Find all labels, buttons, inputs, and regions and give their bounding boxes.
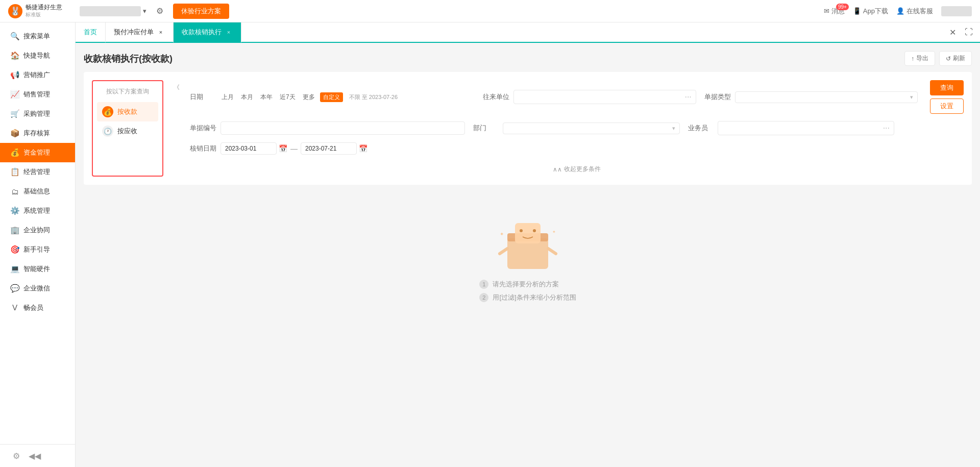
write-date-end-wrap: 📅	[301, 142, 368, 155]
filter-form: 日期 上月 本月 本年 近7天 更多 自定义 不限 至 2023-07-26	[190, 80, 964, 177]
write-date-end-icon[interactable]: 📅	[359, 144, 368, 153]
sidebar-item-basic-info[interactable]: 🗂 基础信息	[0, 182, 75, 201]
logo-icon: 🐰	[8, 4, 22, 18]
query-button[interactable]: 查询	[930, 80, 964, 95]
tab-prepay-close[interactable]: ×	[157, 28, 165, 36]
filter-panel: 按以下方案查询 💰 按收款 🕐 按应收 《	[84, 72, 972, 185]
tab-collection[interactable]: 收款核销执行 ×	[174, 22, 241, 42]
empty-hint-2-label: 用[过滤]条件来缩小分析范围	[493, 293, 576, 302]
svg-point-4	[533, 229, 536, 232]
sidebar-item-hardware[interactable]: 💻 智能硬件	[0, 259, 75, 279]
filter-row-2: 单据编号 部门 ▾ 业务员	[190, 121, 964, 135]
top-bar-right: ✉ 消息 99+ 📱 App下载 👤 在线客服	[824, 6, 972, 16]
company-selector[interactable]: ▾	[80, 6, 146, 16]
basic-info-icon: 🗂	[10, 187, 19, 196]
doctype-chevron: ▾	[910, 94, 913, 101]
sidebar-item-label: 基础信息	[23, 187, 50, 196]
sidebar-item-quick-nav[interactable]: 🏠 快捷导航	[0, 46, 75, 65]
form-actions: 查询 设置	[930, 80, 964, 114]
partner-select[interactable]: ···	[513, 90, 696, 104]
date-label: 日期	[190, 92, 215, 102]
tab-prepay[interactable]: 预付冲应付单 ×	[106, 22, 174, 42]
app-download-item[interactable]: 📱 App下载	[853, 7, 888, 16]
tab-home[interactable]: 首页	[76, 22, 106, 42]
collapse-sidebar-icon[interactable]: ◀◀	[29, 450, 41, 462]
collapse-more-btn[interactable]: ∧∧ 收起更多条件	[190, 162, 964, 177]
date-shortcut-this-month[interactable]: 本月	[239, 92, 255, 103]
filter-settings-button[interactable]: 设置	[930, 99, 964, 114]
collapse-more-icon: ∧∧	[553, 166, 562, 173]
filter-collection-icon: 💰	[102, 106, 113, 117]
write-date-start-input[interactable]	[220, 142, 277, 155]
date-shortcut-this-year[interactable]: 本年	[258, 92, 275, 103]
sidebar-item-system[interactable]: ⚙️ 系统管理	[0, 201, 75, 220]
staff-label: 业务员	[688, 124, 714, 133]
filter-option-by-receivable[interactable]: 🕐 按应收	[97, 121, 158, 141]
close-tab-icon[interactable]: ✕	[945, 25, 960, 39]
date-custom-tag: 自定义	[320, 92, 343, 102]
logo-area: 🐰 畅捷通好生意 标准版	[8, 4, 80, 19]
sidebar-item-label: 快捷导航	[23, 51, 50, 60]
sidebar-item-finance[interactable]: 💰 资金管理	[0, 143, 75, 162]
message-item[interactable]: ✉ 消息 99+	[824, 7, 845, 16]
hardware-icon: 💻	[10, 264, 19, 274]
empty-hint-1-label: 请先选择要分析的方案	[493, 280, 559, 289]
date-shortcut-more[interactable]: 更多	[301, 92, 317, 103]
sidebar-item-label: 企业微信	[23, 284, 50, 293]
date-shortcut-last-month[interactable]: 上月	[219, 92, 236, 103]
page-header: 收款核销执行(按收款) ↑ 导出 ↺ 刷新	[84, 51, 972, 66]
doctype-select[interactable]: ▾	[735, 91, 918, 103]
sidebar-item-label: 搜索菜单	[23, 32, 50, 41]
purchase-icon: 🛒	[10, 109, 19, 118]
docno-input[interactable]	[220, 121, 465, 135]
sidebar-item-sales[interactable]: 📈 销售管理	[0, 85, 75, 104]
tab-bar-actions: ✕ ⛶	[945, 25, 980, 39]
svg-line-6	[548, 249, 556, 254]
sidebar-item-purchase[interactable]: 🛒 采购管理	[0, 104, 75, 124]
tab-prepay-label: 预付冲应付单	[114, 28, 154, 37]
page-actions: ↑ 导出 ↺ 刷新	[904, 51, 972, 66]
date-shortcut-7days[interactable]: 近7天	[278, 92, 298, 103]
docno-label: 单据编号	[190, 124, 216, 133]
export-button[interactable]: ↑ 导出	[904, 51, 935, 66]
phone-icon: 📱	[853, 7, 861, 15]
sidebar-item-enterprise[interactable]: 🏢 企业协同	[0, 220, 75, 240]
service-label: 在线客服	[906, 7, 933, 16]
filter-sidebar: 按以下方案查询 💰 按收款 🕐 按应收	[92, 80, 163, 177]
online-service-item[interactable]: 👤 在线客服	[896, 7, 933, 16]
svg-text:✦: ✦	[500, 231, 504, 237]
sidebar-item-guide[interactable]: 🎯 新手引导	[0, 240, 75, 259]
settings-icon[interactable]: ⚙	[153, 4, 167, 18]
filter-collapse-btn[interactable]: 《	[172, 82, 182, 92]
filter-collapse: 《	[172, 80, 182, 177]
sidebar-item-label: 智能硬件	[23, 264, 50, 274]
sidebar-item-member[interactable]: Ⅴ 畅会员	[0, 298, 75, 317]
member-icon: Ⅴ	[10, 303, 19, 312]
user-avatar[interactable]	[941, 6, 972, 16]
filter-row-3: 核销日期 📅 — 📅	[190, 142, 964, 155]
marketing-icon: 📢	[10, 70, 19, 80]
top-bar: 🐰 畅捷通好生意 标准版 ▾ ⚙ 休验行业方案 ✉ 消息 99+ 📱 App下载…	[0, 0, 980, 22]
dept-chevron: ▾	[672, 125, 675, 132]
filter-option-by-collection[interactable]: 💰 按收款	[97, 102, 158, 121]
message-icon: ✉	[824, 7, 829, 15]
sidebar-item-inventory[interactable]: 📦 库存核算	[0, 124, 75, 143]
dept-select[interactable]: ▾	[503, 122, 679, 134]
sidebar-item-label: 畅会员	[23, 303, 43, 312]
search-menu-icon: 🔍	[10, 32, 19, 41]
industry-button[interactable]: 休验行业方案	[173, 4, 229, 19]
write-date-end-input[interactable]	[301, 142, 357, 155]
sidebar-item-search-menu[interactable]: 🔍 搜索菜单	[0, 27, 75, 46]
sidebar-item-label: 资金管理	[23, 148, 50, 157]
sidebar-item-label: 销售管理	[23, 90, 50, 99]
sidebar-item-wechat[interactable]: 💬 企业微信	[0, 279, 75, 298]
settings-bottom-icon[interactable]: ⚙	[10, 450, 22, 462]
sidebar-item-operations[interactable]: 📋 经营管理	[0, 162, 75, 182]
company-name	[80, 6, 141, 16]
sidebar-item-marketing[interactable]: 📢 营销推广	[0, 65, 75, 85]
tab-collection-close[interactable]: ×	[225, 28, 233, 36]
staff-select[interactable]: ···	[718, 121, 894, 135]
write-date-start-icon[interactable]: 📅	[279, 144, 287, 153]
refresh-button[interactable]: ↺ 刷新	[939, 51, 972, 66]
expand-tab-icon[interactable]: ⛶	[962, 25, 976, 39]
